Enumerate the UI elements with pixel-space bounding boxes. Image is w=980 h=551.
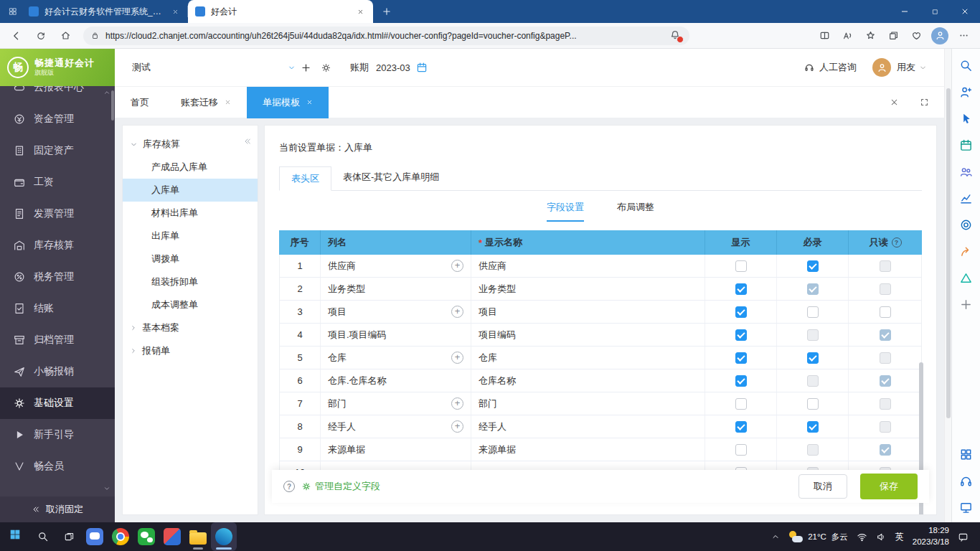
- required-checkbox[interactable]: [807, 306, 819, 318]
- close-window-button[interactable]: [950, 0, 980, 23]
- page-tab[interactable]: 单据模板: [247, 87, 329, 118]
- taskbar-clock[interactable]: 18:29 2023/3/18: [913, 525, 949, 547]
- workspaces-icon[interactable]: [4, 3, 22, 20]
- sidebar-item-gear[interactable]: 基础设置: [0, 387, 115, 419]
- start-button[interactable]: [4, 522, 30, 551]
- profile-avatar[interactable]: [931, 27, 948, 44]
- dock-calendar-button[interactable]: [958, 137, 974, 153]
- sidebar-scroll-down-icon[interactable]: [103, 485, 110, 492]
- dock-outlook-button[interactable]: [958, 217, 974, 232]
- notification-center-icon[interactable]: [958, 532, 969, 542]
- save-button[interactable]: 保存: [860, 474, 918, 499]
- show-checkbox[interactable]: [735, 421, 747, 433]
- page-tab[interactable]: 账套迁移: [165, 87, 247, 118]
- browser-tab[interactable]: 好会计: [188, 0, 373, 23]
- taskbar-app-chat-app[interactable]: [82, 522, 108, 551]
- tree-root-inventory[interactable]: 库存核算: [123, 133, 258, 156]
- dock-grid-button[interactable]: [958, 446, 974, 462]
- period-value[interactable]: 2023-03: [376, 62, 410, 73]
- dock-chart-button[interactable]: [958, 190, 974, 206]
- dock-search-button[interactable]: [958, 57, 974, 73]
- tab-close-icon[interactable]: [354, 6, 366, 17]
- show-checkbox[interactable]: [735, 283, 747, 295]
- sidebar-item-plane[interactable]: 小畅报销: [0, 356, 115, 387]
- readonly-help-icon[interactable]: ?: [892, 237, 902, 248]
- mode-tab[interactable]: 布局调整: [617, 201, 654, 222]
- add-field-button[interactable]: +: [451, 306, 463, 318]
- page-scrollbar-thumb[interactable]: [946, 88, 951, 418]
- show-checkbox[interactable]: [735, 444, 747, 456]
- split-screen-icon[interactable]: [814, 25, 835, 47]
- support-button[interactable]: 人工咨询: [804, 61, 857, 74]
- taskbar-search-button[interactable]: [30, 522, 56, 551]
- home-button[interactable]: [55, 25, 76, 47]
- tree-root-collapsed[interactable]: 基本档案: [123, 316, 258, 339]
- browser-tab[interactable]: 好会计云财务软件管理系统_会计: [22, 0, 188, 23]
- read-aloud-icon[interactable]: [837, 25, 858, 47]
- maximize-button[interactable]: [920, 0, 950, 23]
- add-account-button[interactable]: [296, 57, 316, 77]
- page-tab[interactable]: 首页: [115, 87, 165, 118]
- sidebar-item-invoice[interactable]: 发票管理: [0, 198, 115, 230]
- required-checkbox[interactable]: [807, 352, 819, 364]
- help-icon[interactable]: ?: [283, 481, 295, 492]
- user-avatar[interactable]: [872, 58, 891, 77]
- close-page-icon[interactable]: [884, 93, 904, 113]
- sidebar-item-archive[interactable]: 归档管理: [0, 324, 115, 356]
- taskbar-app-edge[interactable]: [211, 522, 237, 551]
- required-checkbox[interactable]: [807, 421, 819, 433]
- tree-item[interactable]: 调拨单: [123, 248, 258, 270]
- refresh-button[interactable]: [30, 25, 52, 47]
- sidebar-item-tax[interactable]: 税务管理: [0, 261, 115, 293]
- show-checkbox[interactable]: [735, 260, 747, 272]
- add-field-button[interactable]: +: [451, 260, 463, 272]
- tray-chevron-up-icon[interactable]: [771, 532, 780, 541]
- sidebar-item-coin[interactable]: 资金管理: [0, 103, 115, 135]
- unpin-sidebar-button[interactable]: 取消固定: [0, 496, 115, 522]
- sidebar-item-vmember[interactable]: 畅会员: [0, 451, 115, 482]
- tree-item[interactable]: 成本调整单: [123, 293, 258, 316]
- mode-tab[interactable]: 字段设置: [547, 201, 584, 222]
- sidebar-item-warehouse[interactable]: 库存核算: [0, 230, 115, 261]
- show-checkbox[interactable]: [735, 306, 747, 318]
- tree-item[interactable]: 入库单: [123, 179, 258, 202]
- wifi-icon[interactable]: [857, 532, 867, 542]
- tree-root-collapsed[interactable]: 报销单: [123, 339, 258, 362]
- dock-share-button[interactable]: [958, 243, 974, 259]
- notifications-blocked-icon[interactable]: [669, 29, 682, 42]
- area-tab[interactable]: 表体区-其它入库单明细: [331, 166, 451, 190]
- volume-icon[interactable]: [876, 532, 887, 542]
- tree-item[interactable]: 材料出库单: [123, 202, 258, 225]
- readonly-checkbox[interactable]: [880, 306, 891, 318]
- weather-widget[interactable]: 21°C 多云: [788, 530, 848, 543]
- ime-indicator[interactable]: 英: [895, 531, 904, 543]
- page-tab-close-icon[interactable]: [225, 99, 231, 105]
- account-select[interactable]: 测试: [132, 61, 296, 74]
- area-tab[interactable]: 表头区: [279, 166, 331, 191]
- required-checkbox[interactable]: [807, 260, 819, 272]
- tab-close-icon[interactable]: [169, 6, 181, 17]
- address-bar[interactable]: https://cloud2.chanjet.com/accounting/uh…: [83, 27, 689, 45]
- dock-headset-button[interactable]: [958, 473, 974, 489]
- user-menu[interactable]: 用友: [897, 61, 927, 74]
- dock-monitor-button[interactable]: [958, 499, 974, 515]
- dock-people-button[interactable]: [958, 164, 974, 179]
- task-view-button[interactable]: [56, 522, 82, 551]
- show-checkbox[interactable]: [735, 375, 747, 387]
- sidebar-item-building[interactable]: 固定资产: [0, 135, 115, 166]
- page-scrollbar[interactable]: [944, 49, 951, 522]
- collapse-panel-icon[interactable]: [243, 137, 252, 146]
- dock-person-add-button[interactable]: [958, 84, 974, 100]
- taskbar-app-file-explorer[interactable]: [185, 522, 211, 551]
- add-field-button[interactable]: +: [451, 420, 463, 433]
- sidebar-scrollbar[interactable]: [111, 90, 114, 121]
- add-field-button[interactable]: +: [451, 397, 463, 410]
- sidebar-item-cloud[interactable]: 云报表中心: [0, 86, 115, 103]
- taskbar-app-chrome[interactable]: [108, 522, 133, 551]
- sidebar-scroll-up-icon[interactable]: [103, 89, 110, 96]
- dock-triangle-button[interactable]: [958, 270, 974, 286]
- tree-item[interactable]: 产成品入库单: [123, 156, 258, 179]
- taskbar-app-accounting-app[interactable]: [159, 522, 185, 551]
- new-tab-button[interactable]: [377, 2, 396, 21]
- back-button[interactable]: [6, 25, 27, 47]
